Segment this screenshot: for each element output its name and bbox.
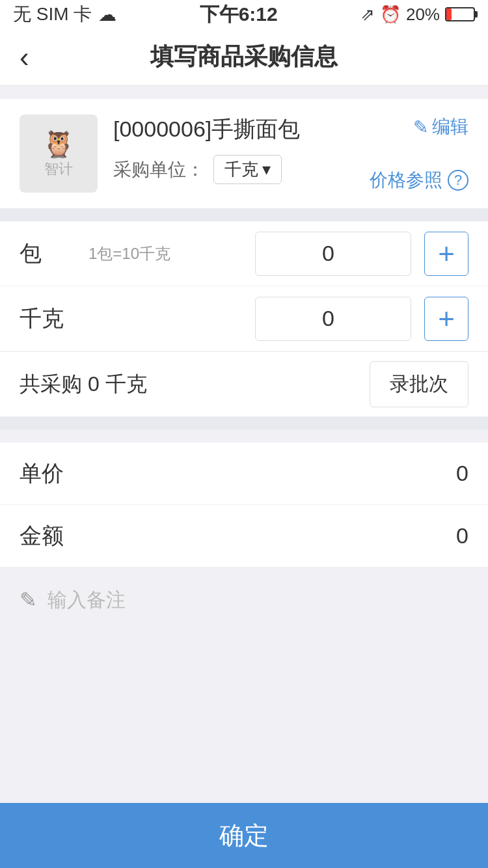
amount-row: 金额 0 (0, 505, 488, 567)
unit-price-row: 单价 0 (0, 442, 488, 505)
location-icon: ⇗ (360, 5, 375, 25)
edit-label: 编辑 (432, 115, 468, 139)
alarm-icon: ⏰ (380, 5, 401, 25)
unit-select[interactable]: 千克 ▾ (213, 155, 282, 184)
price-ref-circle-icon: ? (448, 170, 468, 191)
unit-label: 采购单位： (113, 157, 204, 182)
battery-icon (445, 7, 475, 21)
product-thumbnail: 🦉 智计 (20, 115, 98, 193)
pencil-icon: ✎ (20, 588, 37, 612)
product-logo-icon: 🦉 (42, 129, 75, 159)
confirm-label: 确定 (219, 819, 269, 852)
battery-fill (446, 8, 452, 20)
price-reference-button[interactable]: 价格参照 ? (370, 168, 468, 193)
sim-status: 无 SIM 卡 (13, 2, 92, 27)
remark-placeholder: 输入备注 (47, 587, 126, 614)
batch-button[interactable]: 录批次 (370, 361, 468, 407)
nav-bar: ‹ 填写商品采购信息 (0, 29, 488, 86)
product-logo-text: 智计 (44, 159, 73, 179)
wifi-icon: ☁ (98, 4, 116, 25)
package-label: 包 (20, 239, 72, 269)
status-bar: 无 SIM 卡 ☁ 下午6:12 ⇗ ⏰ 20% (0, 0, 488, 29)
section-divider-1 (0, 208, 488, 221)
content-spacer (0, 632, 488, 828)
product-card: 🦉 智计 [0000006]手撕面包 采购单位： 千克 ▾ ✎ 编辑 价格参照 … (0, 99, 488, 208)
kg-plus-button[interactable]: + (424, 297, 468, 341)
confirm-button[interactable]: 确定 (0, 803, 488, 868)
unit-price-label: 单价 (20, 459, 456, 489)
package-quantity-input[interactable] (255, 232, 411, 276)
kg-label: 千克 (20, 304, 72, 334)
status-left: 无 SIM 卡 ☁ (13, 2, 116, 27)
package-plus-button[interactable]: + (424, 232, 468, 276)
status-time: 下午6:12 (200, 1, 278, 28)
back-button[interactable]: ‹ (20, 43, 29, 72)
remark-section[interactable]: ✎ 输入备注 (0, 567, 488, 632)
total-row: 共采购 0 千克 录批次 (0, 351, 488, 416)
amount-label: 金额 (20, 521, 456, 551)
unit-price-value: 0 (456, 461, 468, 486)
package-input-row: 包 1包=10千克 + (0, 221, 488, 286)
quantity-input-section: 包 1包=10千克 + 千克 + 共采购 0 千克 录批次 (0, 221, 488, 416)
amount-value: 0 (456, 523, 468, 549)
kg-input-row: 千克 + (0, 286, 488, 351)
status-right: ⇗ ⏰ 20% (360, 5, 475, 25)
battery-percent: 20% (406, 5, 440, 25)
chevron-down-icon: ▾ (262, 159, 271, 180)
price-info-section: 单价 0 金额 0 (0, 442, 488, 567)
page-title: 填写商品采购信息 (150, 41, 338, 73)
total-label: 共采购 0 千克 (20, 370, 370, 399)
package-sublabel: 1包=10千克 (88, 243, 170, 264)
kg-quantity-input[interactable] (255, 297, 411, 341)
edit-icon: ✎ (413, 116, 428, 138)
unit-value: 千克 (224, 158, 258, 181)
edit-button[interactable]: ✎ 编辑 (413, 115, 468, 139)
price-ref-label: 价格参照 (370, 168, 442, 193)
section-divider-2 (0, 416, 488, 429)
